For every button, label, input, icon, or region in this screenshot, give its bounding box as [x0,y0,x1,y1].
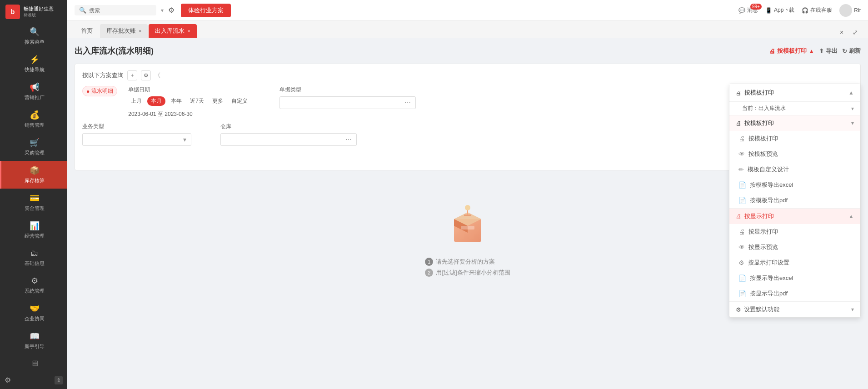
display-print-items: 🖨 按显示打印 👁 按显示预览 ⚙ 按显示打印设置 📄 按显示导出excel [729,224,860,301]
template-section-chevron: ▾ [851,120,854,126]
gear-icon: ⚙ [31,276,38,286]
template-design-label: 模板自定义设计 [748,165,789,174]
excel-icon: 📄 [738,181,746,189]
tag-label: 流水明细 [91,87,113,95]
user-avatar [839,4,852,17]
template-print-btn[interactable]: 🖨 按模板打印 [729,131,860,146]
tab-flow-close-icon[interactable]: × [187,28,190,34]
display-print-section-header[interactable]: 🖨 按显示打印 ▲ [729,209,860,224]
sidebar-item-inventory[interactable]: 📦 库存核算 [0,161,67,189]
tab-home[interactable]: 首页 [75,24,99,38]
sidebar-scroll-btn[interactable]: ⇕ [55,376,63,384]
display-print-text: 按显示打印 [744,212,774,220]
sidebar-label-operations: 经营管理 [25,233,45,239]
page-actions: 🖨 按模板打印 ▲ ⬆ 导出 ↻ 刷新 [769,47,861,55]
filter-collapse-icon[interactable]: 《 [155,71,160,80]
sidebar-item-cooperation[interactable]: 🤝 企业协同 [0,299,67,327]
empty-step-2: 2 用[过滤]条件来缩小分析范围 [425,269,510,277]
logo-icon: b [5,5,20,19]
this-month-btn[interactable]: 本月 [147,96,165,106]
template-design-btn[interactable]: ✏ 模板自定义设计 [729,162,860,177]
template-export-pdf-label: 按模板导出pdf [750,196,788,204]
tab-batch[interactable]: 库存批次账 × [100,24,148,38]
app-download-label: App下载 [774,6,794,14]
print-icon: 🖨 [738,135,745,142]
sidebar-item-search[interactable]: 🔍 搜索菜单 [0,22,67,50]
chart-icon: 📊 [30,221,40,231]
last-7days-btn[interactable]: 近7天 [187,96,207,106]
svg-point-5 [465,205,470,210]
template-preview-btn[interactable]: 👁 按模板预览 [729,146,860,162]
sidebar-item-basic[interactable]: 🗂 基础信息 [0,244,67,271]
display-print-btn[interactable]: 🖨 按显示打印 [729,224,860,239]
print-template-button[interactable]: 🖨 按模板打印 ▲ [769,47,814,55]
handshake-icon: 🤝 [30,304,40,314]
maximize-window-button[interactable]: ⤢ [850,27,861,38]
pdf-icon: 📄 [738,197,746,204]
sidebar-item-marketing[interactable]: 📢 营销推广 [0,78,67,105]
sidebar-item-operations[interactable]: 📊 经营管理 [0,216,67,244]
tab-flow[interactable]: 出入库流水 × [149,24,196,38]
doc-type-select[interactable]: ⋯ [279,96,416,109]
search-dropdown-icon[interactable]: ▾ [161,7,164,14]
close-window-button[interactable]: × [836,27,847,38]
display-export-pdf-btn[interactable]: 📄 按显示导出pdf [729,286,860,301]
app-download-button[interactable]: 📱 App下载 [765,6,794,14]
settings-icon[interactable]: ⚙ [5,376,11,384]
add-filter-button[interactable]: + [127,70,137,80]
last-month-btn[interactable]: 上月 [128,96,145,106]
warehouse-select[interactable]: ⋯ [220,133,357,146]
more-date-btn[interactable]: 更多 [210,96,226,106]
tab-batch-label: 库存批次账 [106,27,136,35]
template-export-pdf-btn[interactable]: 📄 按模板导出pdf [729,193,860,208]
refresh-button[interactable]: ↻ 刷新 [842,47,861,55]
display-preview-icon: 👁 [738,244,745,251]
business-type-select[interactable]: ▾ [82,133,191,146]
message-icon: 💬 [738,7,745,14]
template-export-excel-btn[interactable]: 📄 按模板导出excel [729,177,860,193]
display-preview-btn[interactable]: 👁 按显示预览 [729,239,860,255]
message-button[interactable]: 💬 消息 99+ [738,6,758,14]
online-service-button[interactable]: 🎧 在线客服 [802,6,832,14]
sidebar-item-sales[interactable]: 💰 销售管理 [0,105,67,133]
industry-solution-button[interactable]: 体验行业方案 [181,4,231,17]
display-print-label: 🖨 按显示打印 [736,212,774,220]
tab-batch-close-icon[interactable]: × [139,28,141,34]
export-button[interactable]: ⬆ 导出 [819,47,838,55]
display-settings-icon: ⚙ [738,259,744,266]
date-range-display: 2023-06-01 至 2023-06-30 [128,110,250,118]
search-box[interactable]: 🔍 [75,5,156,15]
sidebar-item-system[interactable]: ⚙ 系统管理 [0,271,67,299]
user-profile[interactable]: Rit [839,4,861,17]
custom-date-btn[interactable]: 自定义 [229,96,250,106]
sidebar-item-finance[interactable]: 💳 资金管理 [0,189,67,216]
dropdown-current-item[interactable]: 当前：出入库流水 ▾ [729,102,860,115]
printer-icon-sm: 🖨 [736,90,742,96]
dropdown-header: 🖨 按模板打印 ▲ [729,84,860,102]
template-print-text: 按模板打印 [744,119,774,127]
display-export-excel-btn[interactable]: 📄 按显示导出excel [729,270,860,286]
sidebar-item-appcenter[interactable]: 🖥 应用中心 [0,354,67,371]
active-filter-tag: ● 流水明细 [82,86,117,96]
topbar-gear-icon[interactable]: ⚙ [168,6,175,15]
sidebar-item-quicknav[interactable]: ⚡ 快捷导航 [0,50,67,78]
template-print-label: 🖨 按模板打印 [736,119,774,127]
this-year-btn[interactable]: 本年 [168,96,185,106]
business-type-group: 业务类型 ▾ [82,123,191,146]
filter-settings-button[interactable]: ⚙ [141,70,151,80]
sidebar-item-guide[interactable]: 📖 新手引导 [0,327,67,354]
export-icon: ⬆ [819,48,824,55]
dropdown-collapse-icon[interactable]: ▲ [848,90,854,96]
display-print-settings-btn[interactable]: ⚙ 按显示打印设置 [729,255,860,270]
page-content: 出入库流水(流水明细) 🖨 按模板打印 ▲ ⬆ 导出 ↻ 刷新 [67,38,868,389]
app-name: 畅捷通好生意 [24,5,54,12]
dropdown-footer[interactable]: ⚙ 设置默认功能 ▾ [729,302,860,317]
template-print-section-header[interactable]: 🖨 按模板打印 ▾ [729,115,860,131]
search-input[interactable] [89,7,144,14]
sidebar-item-purchase[interactable]: 🛒 采购管理 [0,133,67,161]
template-preview-label: 按模板预览 [748,150,778,158]
display-print-section: 🖨 按显示打印 ▲ 🖨 按显示打印 👁 按显示预览 ⚙ [729,209,860,302]
display-print-item-label: 按显示打印 [748,228,778,236]
date-filter-label: 单据日期 [128,86,250,94]
folder-icon: 🗂 [30,249,39,258]
